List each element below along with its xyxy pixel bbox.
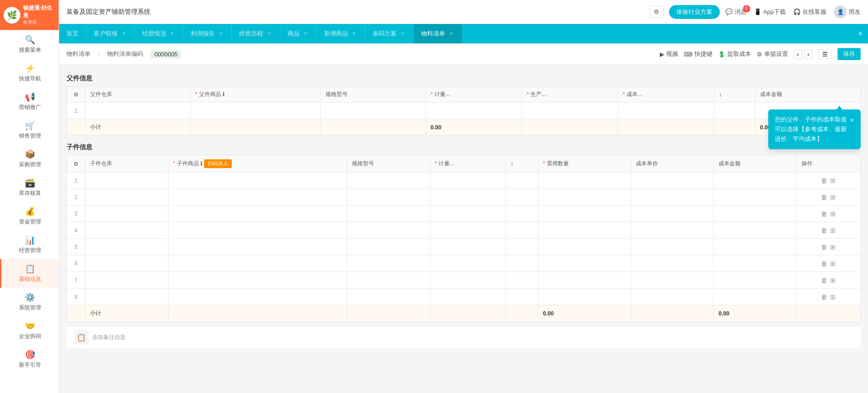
app-download-label: App下载 — [763, 8, 786, 16]
copy-icon[interactable]: ⊞ — [830, 293, 836, 301]
sidebar-item-basic-info[interactable]: 📋 基础信息 — [0, 259, 59, 288]
child-col-unit: * 计量... — [430, 156, 506, 172]
online-service-action[interactable]: 🎧 在线客服 — [793, 8, 826, 16]
cost-action[interactable]: 💲 提取成本 — [718, 50, 751, 58]
tab-customers[interactable]: 客户联络 × — [86, 24, 135, 43]
tab-home[interactable]: 首页 — [59, 24, 86, 43]
child-col-warehouse: 子件仓库 — [85, 156, 169, 172]
gear-icon: ⚙️ — [25, 292, 35, 302]
delete-icon[interactable]: 🗑 — [821, 227, 827, 234]
sidebar-item-quick-nav[interactable]: ⚡ 快捷导航 — [0, 59, 59, 87]
copy-icon[interactable]: ⊞ — [830, 210, 836, 218]
child-r1-unit-cost[interactable] — [631, 172, 714, 189]
sidebar-item-guide[interactable]: 🎯 新手引导 — [0, 345, 59, 374]
tab-new-product[interactable]: 新增商品 × — [317, 24, 365, 43]
breadcrumb-code-value: 0000005 — [151, 50, 181, 59]
breadcrumb-bom[interactable]: 物料清单 — [66, 50, 90, 58]
parent-subtotal-empty1 — [190, 119, 320, 136]
list-view-btn[interactable]: ☰ — [818, 49, 832, 59]
single-settings-icon: ⚙ — [757, 51, 762, 58]
table-row: 1 — [67, 103, 861, 119]
tab-close-history[interactable]: × — [266, 30, 272, 37]
sidebar-item-operations[interactable]: 📊 经营管理 — [0, 230, 59, 259]
single-settings-action[interactable]: ⚙ 单据设置 — [757, 50, 788, 58]
child-subtotal-label: 小计 — [85, 305, 169, 322]
note-icon[interactable]: 📋 — [74, 330, 89, 345]
sidebar-item-enterprise[interactable]: 🤝 企业协同 — [0, 316, 59, 345]
parent-col-settings[interactable]: ⚙ — [67, 87, 85, 103]
delete-icon[interactable]: 🗑 — [821, 193, 827, 201]
tab-close-bom[interactable]: × — [448, 30, 454, 37]
child-r1-product[interactable] — [168, 172, 347, 189]
tab-close-products[interactable]: × — [302, 30, 309, 37]
trial-button[interactable]: 体验行业方案 — [669, 5, 720, 19]
child-col-settings[interactable]: ⚙ — [67, 156, 85, 172]
copy-icon[interactable]: ⊞ — [830, 260, 836, 267]
delete-icon[interactable]: 🗑 — [821, 210, 827, 218]
message-action[interactable]: 💬 消息 6 — [725, 8, 747, 16]
tab-bom[interactable]: 物料清单 × — [414, 24, 462, 43]
topbar-actions: 💬 消息 6 📱 App下载 🎧 在线客服 👤 用友 — [725, 6, 861, 18]
child-r1-qty[interactable] — [538, 172, 631, 189]
copy-icon[interactable]: ⊞ — [830, 227, 836, 234]
app-download-action[interactable]: 📱 App下载 — [754, 8, 786, 16]
delete-icon[interactable]: 🗑 — [821, 177, 827, 184]
tab-close-operations[interactable]: × — [169, 30, 175, 37]
parent-row-1-spec[interactable] — [320, 103, 426, 119]
sidebar-item-inventory[interactable]: 🗃️ 库存核算 — [0, 173, 59, 202]
tooltip-close-btn[interactable]: × — [850, 115, 854, 125]
child-r1-amount[interactable] — [714, 172, 797, 189]
child-r1-warehouse[interactable] — [85, 172, 169, 189]
tooltip-popup: × 您的父件、子件的成本取值可以选择【参考成本、最新进价、平均成本】 — [768, 109, 861, 149]
tab-profit[interactable]: 利润报告 × — [183, 24, 232, 43]
tab-close-new-product[interactable]: × — [351, 30, 357, 37]
tab-close-customers[interactable]: × — [121, 30, 127, 37]
parent-row-1-extra — [714, 103, 755, 119]
tab-operations[interactable]: 经营情况 × — [135, 24, 183, 43]
child-r1-spec[interactable] — [347, 172, 430, 189]
user-action[interactable]: 👤 用友 — [834, 6, 861, 18]
sidebar-item-purchase[interactable]: 📦 采购管理 — [0, 145, 59, 173]
child-col-qty: * 需用数量 — [538, 156, 631, 172]
settings-button[interactable]: ⚙ — [650, 6, 663, 18]
parent-row-1-cost[interactable] — [618, 103, 714, 119]
delete-icon[interactable]: 🗑 — [821, 293, 827, 301]
delete-icon[interactable]: 🗑 — [821, 243, 827, 251]
next-btn[interactable]: › — [804, 49, 813, 59]
parent-row-1-product[interactable] — [190, 103, 320, 119]
child-r1-unit[interactable] — [430, 172, 506, 189]
delete-icon[interactable]: 🗑 — [821, 277, 827, 284]
bottom-note-text: 添加备注信息 — [92, 333, 126, 341]
save-btn[interactable]: 保存 — [838, 48, 861, 60]
download-icon: 📱 — [754, 8, 761, 15]
sidebar-item-system[interactable]: ⚙️ 系统管理 — [0, 288, 59, 316]
sidebar-item-finance[interactable]: 💰 资金管理 — [0, 202, 59, 230]
sidebar-item-sales[interactable]: 🛒 销售管理 — [0, 116, 59, 145]
scan-btn[interactable]: 扫码录入 — [204, 159, 232, 168]
child-subtotal-amount-value: 0.00 — [714, 305, 797, 322]
parent-col-production: * 生产... — [522, 87, 618, 103]
delete-icon[interactable]: 🗑 — [821, 260, 827, 267]
copy-icon[interactable]: ⊞ — [830, 243, 836, 251]
copy-icon[interactable]: ⊞ — [830, 193, 836, 201]
parent-row-1-unit[interactable] — [426, 103, 522, 119]
prev-btn[interactable]: ‹ — [794, 49, 802, 59]
table-row: 2 🗑⊞ — [67, 189, 861, 206]
copy-icon[interactable]: ⊞ — [830, 277, 836, 284]
table-row: 5 🗑⊞ — [67, 239, 861, 255]
copy-icon[interactable]: ⊞ — [830, 177, 836, 184]
video-action[interactable]: ▶ 视频 — [660, 50, 678, 58]
tab-nav-close-btn[interactable]: × — [853, 30, 868, 38]
sidebar-item-search[interactable]: 🔍 搜索菜单 — [0, 30, 59, 59]
parent-row-1-production[interactable] — [522, 103, 618, 119]
tab-history[interactable]: 经营历程 × — [232, 24, 280, 43]
shortcut-action[interactable]: ⌨ 快捷键 — [684, 50, 712, 58]
tab-barcode[interactable]: 条码方案 × — [365, 24, 414, 43]
child-section-title: 子件信息 — [66, 143, 861, 151]
parent-row-1-warehouse[interactable] — [85, 103, 191, 119]
tab-close-barcode[interactable]: × — [399, 30, 406, 37]
tab-products[interactable]: 商品 × — [280, 24, 317, 43]
sidebar-item-marketing[interactable]: 📢 营销推广 — [0, 87, 59, 116]
tab-close-profit[interactable]: × — [217, 30, 224, 37]
parent-subtotal-empty4 — [618, 119, 714, 136]
